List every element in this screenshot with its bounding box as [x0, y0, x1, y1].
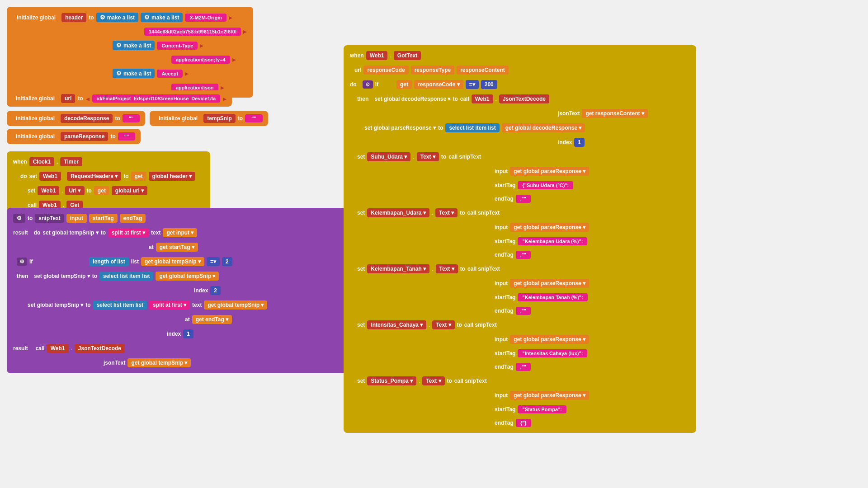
- endtag-param: endTag: [120, 214, 146, 223]
- startval-keltan: "Kelembapan Tanah (%)":: [518, 293, 587, 301]
- endtag-pompa: endTag: [495, 420, 514, 426]
- set-suhu: set: [357, 154, 365, 160]
- get-tempsnip-result: get global tempSnip ▾: [127, 358, 191, 367]
- jsontext-gt: jsonText: [558, 110, 580, 117]
- text-pompa: Text ▾: [422, 376, 444, 385]
- get-responsecontent-gt: get responseContent ▾: [582, 109, 647, 118]
- dot-timer: .: [57, 159, 58, 165]
- set-decode-gt: set global decodeResponse ▾: [374, 96, 450, 102]
- init-parse-block: initialize global parseResponse to "": [7, 129, 141, 144]
- dot3: .: [63, 202, 64, 208]
- text-suhu: Text ▾: [417, 152, 439, 161]
- web1a-label: Web1: [39, 172, 61, 181]
- parse-var: parseResponse: [61, 132, 108, 141]
- gear-icon-3: [116, 42, 122, 49]
- timer-label: Timer: [60, 157, 82, 166]
- get-parse-pompa: get global parseResponse ▾: [510, 391, 589, 400]
- keltan-var: Kelembapan_Tanah ▾: [367, 264, 429, 273]
- gear-gt: ⚙: [363, 80, 373, 89]
- responsecode-gt: responseCode: [363, 66, 408, 75]
- init-decode-label: initialize global: [12, 114, 58, 123]
- gear-if: ⚙: [17, 258, 27, 265]
- json-decode-label: JsonTextDecode: [75, 344, 125, 353]
- startval-suhu: {"Suhu Udara (°C)":: [518, 181, 573, 189]
- set-keltan: set: [357, 266, 365, 272]
- select-list-gt: select list item list: [445, 123, 499, 132]
- web1-decode: Web1: [47, 344, 69, 353]
- url-var: url: [61, 94, 75, 103]
- gear-icon-2: [144, 14, 150, 21]
- endtag-intcah: endTag: [495, 364, 514, 370]
- tempsnip-val: "": [245, 114, 262, 122]
- json-type-val: application/json;ty=4: [171, 56, 230, 64]
- idx2: 2: [210, 286, 221, 295]
- to-decode-gt: to: [453, 96, 458, 102]
- make-list-4: make a list: [113, 69, 155, 78]
- global-header-label: global header ▾: [149, 172, 195, 181]
- split-first-2: split at first ▾: [149, 300, 190, 310]
- to-keltan: to: [460, 266, 465, 272]
- to-url: to: [78, 95, 83, 102]
- dot-keltan: .: [432, 266, 433, 272]
- to-suhu: to: [441, 154, 446, 160]
- dot-suhu: .: [413, 154, 414, 160]
- url-prop-label: Url ▾: [65, 186, 84, 195]
- at2: at: [185, 316, 190, 323]
- do-snip: do: [34, 230, 41, 236]
- to-decode: to: [115, 115, 120, 122]
- connector-url2: ▸: [223, 94, 226, 103]
- intcah-var: Intensitas_Cahaya ▾: [367, 320, 426, 329]
- to-pompa: to: [447, 378, 452, 384]
- val2: 2: [222, 257, 232, 266]
- to-then2: to: [85, 302, 90, 308]
- gear-icon-4: [116, 70, 122, 77]
- result-label: result: [13, 230, 28, 236]
- call-intcah: call snipText: [464, 322, 497, 328]
- init-header-block: initialize global header to make a list …: [7, 7, 253, 98]
- starttag-suhu: startTag: [495, 182, 515, 188]
- reqheaders-label: RequestHeaders ▾: [67, 172, 121, 181]
- connector5: ▸: [185, 69, 189, 78]
- set2-label: set: [28, 188, 35, 194]
- starttag-keltan: startTag: [495, 294, 515, 300]
- when-gt: when: [350, 52, 364, 59]
- input-suhu: input: [495, 168, 508, 174]
- then-gt: then: [357, 96, 368, 102]
- suhu-var: Suhu_Udara ▾: [367, 152, 410, 161]
- decode-var: decodeResponse: [61, 114, 113, 123]
- make-list-3: make a list: [113, 41, 155, 50]
- get-starttag: get startTag ▾: [156, 243, 198, 252]
- dot-intcah: .: [429, 322, 430, 328]
- to1: to: [123, 173, 128, 179]
- sniptext-name: snipText: [35, 214, 64, 223]
- snip-function-block: ⚙ to snipText input startTag endTag resu…: [7, 208, 346, 373]
- input-kelud: input: [495, 224, 508, 230]
- dot-json-gt: .: [495, 96, 497, 102]
- get-tempsnip-then3: get global tempSnip ▾: [204, 300, 267, 310]
- text2: text: [192, 302, 202, 308]
- init-tempsnip-block: initialize global tempSnip to "": [150, 111, 268, 126]
- get1-label: get: [131, 172, 146, 181]
- web1-gt: Web1: [366, 51, 388, 60]
- dot-pompa: .: [419, 378, 420, 384]
- to-parse: to: [110, 133, 115, 140]
- set-parse-gt: set global parseResponse ▾: [364, 125, 436, 131]
- index-gt: index: [558, 139, 572, 145]
- when-gottext-block: when Web1 . GotText url responseCode res…: [344, 45, 696, 433]
- get-endtag: get endTag ▾: [192, 315, 232, 324]
- call-json-decode: call: [36, 345, 45, 352]
- gear-snip: ⚙: [13, 214, 25, 223]
- endval-intcah: ,"": [516, 363, 531, 371]
- call-label: call: [28, 202, 37, 208]
- if-label-snip: if: [29, 258, 33, 265]
- init-decode-block: initialize global decodeResponse to "": [7, 111, 145, 126]
- length-of-block: length of list: [89, 257, 128, 266]
- text-keltan: Text ▾: [436, 264, 458, 273]
- dot-kelud: .: [432, 210, 433, 216]
- endtag-kelud: endTag: [495, 252, 514, 258]
- call-pompa: call snipText: [454, 378, 487, 384]
- web1-json-gt: Web1: [472, 94, 493, 103]
- input-keltan: input: [495, 280, 508, 286]
- connector: ▸: [229, 13, 232, 22]
- endval-suhu: ,"": [516, 195, 531, 203]
